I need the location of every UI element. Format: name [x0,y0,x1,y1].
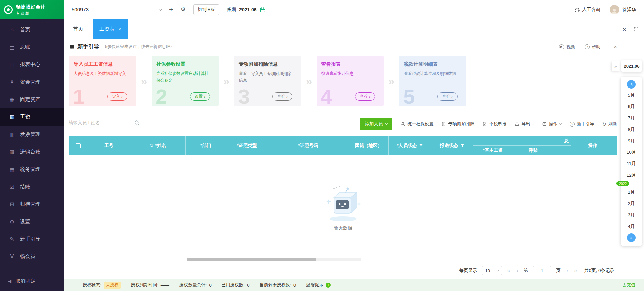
accounting-period[interactable]: 账期 2021-06 [227,7,265,13]
sidebar-item-purchase-sales[interactable]: ▨进销台账 [0,143,64,160]
unpin-sidebar-button[interactable]: ◀ 取消固定 [0,274,64,288]
fullscreen-icon[interactable] [634,27,639,32]
sidebar-item-general-ledger[interactable]: ▤总账 [0,38,64,56]
filter-icon[interactable] [460,144,464,148]
question-icon: ? [570,122,575,127]
video-link[interactable]: ▶ 视频 [559,44,575,50]
sidebar-item-invoice[interactable]: ▥发票管理 [0,126,64,143]
sidebar-item-settings[interactable]: ⚙设置 [0,213,64,230]
month-item[interactable]: 6月 [621,101,642,112]
month-item[interactable]: 11月 [621,158,642,169]
month-item[interactable]: 1月 [621,187,642,198]
sidebar-item-label: 资金管理 [20,79,40,85]
sidebar-item-archive[interactable]: ⊟归档管理 [0,195,64,213]
sidebar-item-member[interactable]: Ⅴ畅会员 [0,248,64,265]
play-icon: ▶ [559,44,564,49]
month-item[interactable]: 7月 [621,112,642,124]
tab-close-icon[interactable]: × [118,26,121,32]
calendar-icon[interactable] [260,7,266,13]
month-item[interactable]: 12月 [621,169,642,181]
prev-page-button[interactable]: ‹ [516,268,519,274]
filter-icon[interactable] [419,144,423,148]
action-label: 统一社保设置 [407,121,433,127]
sidebar-item-fixed-assets[interactable]: ▦固定资产 [0,91,64,108]
per-page-label: 每页显示 [459,268,477,274]
tab-home[interactable]: 首页 [64,19,93,39]
header-group-subcolumns: *基本工资 津贴 [473,146,571,155]
import-button[interactable]: 导入 [107,92,127,101]
column-label: *人员状态 [397,143,417,149]
sidebar-item-home[interactable]: ⌂首页 [0,21,64,38]
current-period-box[interactable]: 2021.06 [621,60,642,72]
sidebar-item-report-center[interactable]: ◫报表中心 [0,56,64,73]
topbar: 500973 + ⚙ 切到旧版 账期 2021-06 人工咨询 徐泽华 [64,0,644,19]
month-item[interactable]: 3月 [621,209,642,221]
chevron-down-icon: » [629,236,634,239]
month-item[interactable]: 9月 [621,135,642,147]
beginner-guide-button[interactable]: ? 新手引导 [570,121,594,127]
help-label: 帮助 [592,44,600,50]
switch-old-version-button[interactable]: 切到旧版 [193,4,219,15]
select-all-checkbox[interactable] [76,143,81,148]
info-icon[interactable]: i [326,283,331,288]
headset-icon [574,7,580,12]
search-icon[interactable] [134,120,140,126]
sidebar-item-tax[interactable]: ▩税务管理 [0,160,64,178]
sidebar-item-funds[interactable]: ¥资金管理 [0,73,64,91]
action-label: 新手引导 [577,121,594,127]
date-panel-collapse-icon[interactable]: » [612,61,620,71]
view-button[interactable]: 查看 [272,92,292,101]
scrollbar-thumb[interactable] [187,258,316,261]
search-input[interactable] [69,120,134,125]
month-item[interactable]: 4月 [621,221,642,232]
guide-close-icon[interactable]: × [614,44,617,50]
help-link[interactable]: ? 帮助 [585,44,600,50]
month-item[interactable]: 10月 [621,147,642,158]
special-deduction-button[interactable]: 专项附加扣除 [441,121,474,127]
auth-status-label: 授权状态: [83,282,101,288]
pagination-summary: 共0页, 0条记录 [584,268,614,274]
sidebar-item-label: 设置 [20,219,30,225]
warm-tip: 温馨提示 i [306,282,331,288]
scroll-down-button[interactable]: » [627,233,636,242]
manual-consult-button[interactable]: 人工咨询 [574,7,600,13]
avatar[interactable] [610,5,619,14]
view-button[interactable]: 查看 [437,92,458,101]
page-number-input[interactable] [533,266,551,275]
next-page-button[interactable]: › [566,268,569,274]
last-page-button[interactable]: » [573,268,578,274]
setup-button[interactable]: 设置 [190,92,210,101]
month-item[interactable]: 5月 [621,90,642,101]
sidebar-item-label: 总账 [20,44,30,50]
step-separator-icon: » [301,75,317,87]
header-cell-name[interactable]: ⇅ *姓名 [130,136,186,155]
header-cell-cert-no: *证照号码 [268,136,348,155]
add-account-icon[interactable]: + [169,6,173,13]
month-item[interactable]: 2月 [621,198,642,209]
header-cell-person-status: *人员状态 [389,136,431,155]
edit-square-icon [542,122,547,126]
company-selector[interactable]: 500973 [72,7,162,12]
operations-button[interactable]: 操作 [542,121,561,127]
refresh-button[interactable]: ↻ 刷新 [602,121,617,127]
close-view-icon[interactable]: × [622,26,626,33]
step-desc: 人员信息及工资数据新增导入 [74,70,127,77]
per-page-select[interactable]: 10 [482,266,502,275]
unified-social-security-button[interactable]: 统一社保设置 [400,121,433,127]
sidebar-item-salary[interactable]: ▧工资 [0,108,64,126]
sort-icon[interactable]: ⇅ [150,143,153,148]
month-item[interactable]: 8月 [621,124,642,135]
tax-declaration-button[interactable]: 个税申报 [482,121,506,127]
scroll-up-button[interactable]: » [627,80,636,89]
username[interactable]: 徐泽华 [623,7,636,13]
tab-salary-sheet[interactable]: 工资表 × [93,19,128,39]
header-cell-nationality: 国籍（地区） [348,136,389,155]
export-button[interactable]: 导出 [515,121,534,127]
sidebar-item-beginner-guide[interactable]: ✎新手引导 [0,230,64,248]
recharge-link[interactable]: 去充值 [622,282,635,288]
gear-icon[interactable]: ⚙ [181,6,186,13]
view-button[interactable]: 查看 [355,92,375,101]
sidebar-item-closing[interactable]: ☑结账 [0,178,64,195]
add-person-button[interactable]: 添加人员 [360,118,392,130]
first-page-button[interactable]: « [507,268,511,274]
